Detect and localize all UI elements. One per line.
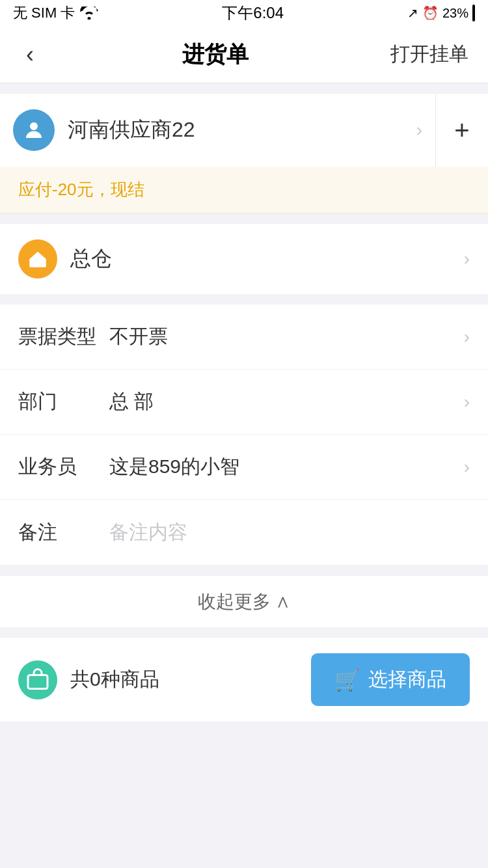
- collapse-row[interactable]: 收起更多 ∧: [0, 575, 488, 627]
- chevron-right-icon: ›: [464, 457, 470, 478]
- notice-bar: 应付-20元，现结: [0, 167, 488, 213]
- supplier-section: 河南供应商22 › +: [0, 94, 488, 167]
- svg-rect-1: [35, 261, 41, 267]
- warehouse-icon: [18, 239, 57, 278]
- collapse-label: 收起更多 ∧: [198, 590, 291, 614]
- svg-point-0: [30, 122, 38, 130]
- notice-text: 应付-20元，现结: [18, 180, 144, 199]
- remark-label: 备注: [18, 519, 96, 546]
- select-product-icon: 🛒: [334, 668, 360, 692]
- user-icon: [22, 118, 46, 142]
- status-right: ↗ ⏰ 23%: [407, 5, 475, 21]
- chevron-right-icon: ›: [416, 120, 422, 141]
- invoice-type-row[interactable]: 票据类型 不开票 ›: [0, 305, 488, 370]
- supplier-avatar: [13, 109, 55, 151]
- supplier-name: 河南供应商22: [68, 116, 409, 144]
- cart-icon: [26, 668, 49, 692]
- main-content: 河南供应商22 › + 应付-20元，现结 总仓 › 票据类型 不开票 › 部门…: [0, 94, 488, 722]
- warehouse-selector[interactable]: 总仓 ›: [0, 224, 488, 294]
- department-row[interactable]: 部门 总 部 ›: [0, 370, 488, 435]
- department-value: 总 部: [109, 388, 456, 415]
- carrier-text: 无 SIM 卡: [13, 3, 75, 23]
- supplier-selector[interactable]: 河南供应商22 ›: [0, 94, 436, 167]
- status-time: 下午6:04: [222, 3, 284, 23]
- status-bar: 无 SIM 卡 下午6:04 ↗ ⏰ 23%: [0, 0, 488, 26]
- back-button[interactable]: ‹: [20, 34, 40, 75]
- location-icon: ↗: [407, 5, 418, 21]
- battery-icon: [472, 6, 475, 21]
- invoice-type-label: 票据类型: [18, 323, 96, 350]
- salesperson-row[interactable]: 业务员 这是859的小智 ›: [0, 435, 488, 500]
- invoice-type-value: 不开票: [109, 323, 456, 350]
- chevron-right-icon: ›: [464, 249, 470, 269]
- product-count: 共0种商品: [70, 666, 298, 693]
- status-left: 无 SIM 卡: [13, 3, 98, 23]
- chevron-right-icon: ›: [464, 327, 470, 347]
- select-product-label: 选择商品: [368, 666, 446, 693]
- nav-bar: ‹ 进货单 打开挂单: [0, 26, 488, 83]
- bottom-bar: 共0种商品 🛒 选择商品: [0, 638, 488, 722]
- product-icon: [18, 660, 57, 699]
- remark-placeholder: 备注内容: [109, 519, 470, 546]
- home-icon: [27, 248, 49, 270]
- select-product-button[interactable]: 🛒 选择商品: [311, 653, 470, 706]
- warehouse-name: 总仓: [70, 245, 456, 273]
- svg-rect-2: [28, 675, 47, 688]
- form-section: 票据类型 不开票 › 部门 总 部 › 业务员 这是859的小智 › 备注 备注…: [0, 305, 488, 565]
- supplier-add-button[interactable]: +: [436, 94, 488, 167]
- salesperson-value: 这是859的小智: [109, 454, 456, 480]
- wifi-icon: [80, 7, 98, 20]
- battery-percent: 23%: [442, 6, 468, 21]
- alarm-icon: ⏰: [422, 5, 439, 21]
- salesperson-label: 业务员: [18, 454, 96, 480]
- department-label: 部门: [18, 388, 96, 415]
- chevron-right-icon: ›: [464, 392, 470, 413]
- page-title: 进货单: [182, 40, 249, 70]
- remark-row[interactable]: 备注 备注内容: [0, 500, 488, 565]
- open-pending-button[interactable]: 打开挂单: [390, 41, 468, 68]
